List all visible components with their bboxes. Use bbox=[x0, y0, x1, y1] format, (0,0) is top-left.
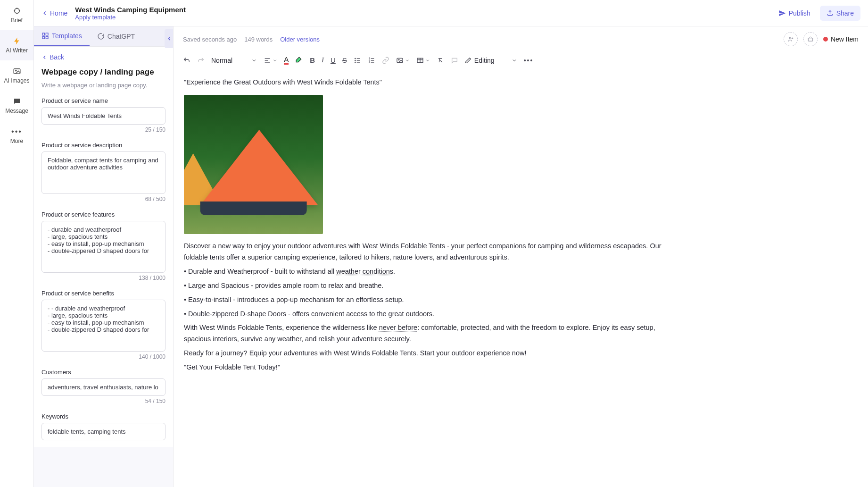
target-icon bbox=[13, 7, 21, 15]
align-button[interactable] bbox=[264, 57, 277, 64]
product-name-input[interactable] bbox=[41, 107, 165, 125]
document-body[interactable]: "Experience the Great Outdoors with West… bbox=[174, 71, 683, 395]
customers-input[interactable] bbox=[41, 378, 165, 396]
nav-more[interactable]: ••• More bbox=[0, 121, 33, 151]
bolt-icon bbox=[13, 37, 21, 45]
nav-message[interactable]: Message bbox=[0, 91, 33, 121]
editing-mode-dropdown[interactable]: Editing bbox=[465, 57, 517, 64]
doc-bullet: • Double-zippered D-shape Doors - offers… bbox=[184, 309, 672, 320]
bullet-list-icon bbox=[354, 57, 361, 64]
undo-button[interactable] bbox=[183, 57, 190, 64]
field-label-customers: Customers bbox=[41, 369, 165, 376]
home-label: Home bbox=[50, 9, 67, 17]
back-link[interactable]: Back bbox=[41, 53, 165, 61]
comment-button[interactable] bbox=[451, 57, 458, 64]
publish-button[interactable]: Publish bbox=[773, 7, 816, 20]
tab-label: ChatGPT bbox=[107, 33, 135, 40]
redo-icon bbox=[197, 57, 205, 64]
nav-brief[interactable]: Brief bbox=[0, 0, 33, 30]
nav-label: More bbox=[10, 138, 23, 144]
svg-rect-9 bbox=[46, 33, 48, 35]
image-icon bbox=[396, 57, 404, 64]
panel-title: Webpage copy / landing page bbox=[41, 67, 165, 77]
chevron-down-icon bbox=[512, 58, 517, 63]
tent-image[interactable] bbox=[184, 95, 323, 234]
doc-headline: "Experience the Great Outdoors with West… bbox=[184, 77, 672, 88]
field-label-name: Product or service name bbox=[41, 97, 165, 104]
comment-icon bbox=[451, 57, 458, 64]
nav-label: Brief bbox=[11, 17, 23, 24]
nav-label: AI Images bbox=[4, 77, 29, 84]
chevron-down-icon bbox=[405, 58, 410, 63]
bold-icon: B bbox=[310, 56, 315, 64]
highlight-icon bbox=[295, 56, 303, 64]
nav-ai-writer[interactable]: AI Writer bbox=[0, 30, 33, 60]
editing-label: Editing bbox=[474, 57, 495, 64]
redo-button[interactable] bbox=[197, 57, 205, 64]
image-insert-button[interactable] bbox=[396, 57, 410, 64]
older-versions-link[interactable]: Older versions bbox=[280, 36, 320, 43]
home-link[interactable]: Home bbox=[41, 9, 67, 17]
link-button[interactable] bbox=[382, 57, 389, 64]
tab-templates[interactable]: Templates bbox=[34, 26, 90, 46]
send-icon bbox=[778, 9, 786, 17]
more-icon: ••• bbox=[11, 127, 22, 136]
clear-format-icon bbox=[437, 57, 444, 64]
editor-area: Saved seconds ago 149 words Older versio… bbox=[174, 26, 868, 487]
strikethrough-icon: S bbox=[342, 56, 347, 64]
bold-button[interactable]: B bbox=[310, 56, 315, 64]
side-panel: Templates ChatGPT Back Webpage bbox=[34, 26, 174, 487]
table-button[interactable] bbox=[416, 57, 430, 64]
keywords-input[interactable] bbox=[41, 423, 165, 440]
format-dropdown[interactable]: Normal bbox=[211, 57, 257, 64]
nav-label: Message bbox=[5, 108, 28, 114]
header: Home West Winds Camping Equipment Apply … bbox=[34, 0, 868, 26]
doc-paragraph: Ready for a journey? Equip your adventur… bbox=[184, 348, 672, 359]
tab-chatgpt[interactable]: ChatGPT bbox=[90, 26, 142, 46]
svg-point-32 bbox=[398, 59, 399, 60]
collapse-panel-button[interactable] bbox=[165, 29, 174, 48]
new-item-indicator[interactable]: New Item bbox=[823, 35, 859, 43]
word-count: 149 words bbox=[244, 36, 273, 43]
nav-label: AI Writer bbox=[6, 47, 27, 54]
pencil-icon bbox=[465, 57, 471, 64]
product-benefits-input[interactable]: - - durable and weatherproof - large, sp… bbox=[41, 300, 165, 352]
highlight-button[interactable] bbox=[295, 56, 303, 64]
apply-template-link[interactable]: Apply template bbox=[75, 14, 186, 21]
bullet-list-button[interactable] bbox=[354, 57, 361, 64]
product-features-input[interactable]: - durable and weatherproof - large, spac… bbox=[41, 221, 165, 273]
svg-point-21 bbox=[355, 62, 355, 62]
chevron-left-icon bbox=[41, 54, 48, 60]
char-count: 138 / 1000 bbox=[139, 275, 165, 281]
underline-icon: U bbox=[331, 56, 336, 64]
publish-label: Publish bbox=[789, 9, 810, 17]
link-icon bbox=[382, 57, 389, 64]
underline-button[interactable]: U bbox=[331, 56, 336, 64]
more-toolbar-button[interactable]: ••• bbox=[524, 57, 534, 64]
field-label-benefits: Product or service benefits bbox=[41, 290, 165, 297]
nav-ai-images[interactable]: AI Images bbox=[0, 60, 33, 91]
svg-point-19 bbox=[355, 58, 355, 59]
format-label: Normal bbox=[211, 57, 232, 64]
numbered-list-icon: 123 bbox=[368, 57, 375, 64]
new-item-label: New Item bbox=[831, 35, 859, 43]
back-label: Back bbox=[50, 53, 64, 61]
numbered-list-button[interactable]: 123 bbox=[368, 57, 375, 64]
tab-label: Templates bbox=[52, 32, 82, 40]
text-color-button[interactable]: A bbox=[284, 56, 289, 65]
italic-icon: I bbox=[322, 56, 324, 64]
chevron-down-icon bbox=[251, 58, 257, 63]
svg-point-12 bbox=[789, 37, 791, 39]
product-desc-input[interactable]: Foldable, compact tents for camping and … bbox=[41, 151, 165, 194]
editor-meta: Saved seconds ago 149 words Older versio… bbox=[174, 26, 868, 52]
italic-button[interactable]: I bbox=[322, 56, 324, 64]
clear-format-button[interactable] bbox=[437, 57, 444, 64]
add-collaborator-button[interactable] bbox=[784, 32, 798, 46]
field-label-features: Product or service features bbox=[41, 211, 165, 218]
strikethrough-button[interactable]: S bbox=[342, 56, 347, 64]
char-count: 68 / 500 bbox=[145, 196, 165, 202]
chevron-down-icon bbox=[425, 58, 430, 63]
add-attachment-button[interactable] bbox=[803, 32, 818, 46]
more-icon: ••• bbox=[524, 57, 534, 64]
share-button[interactable]: Share bbox=[820, 6, 860, 21]
